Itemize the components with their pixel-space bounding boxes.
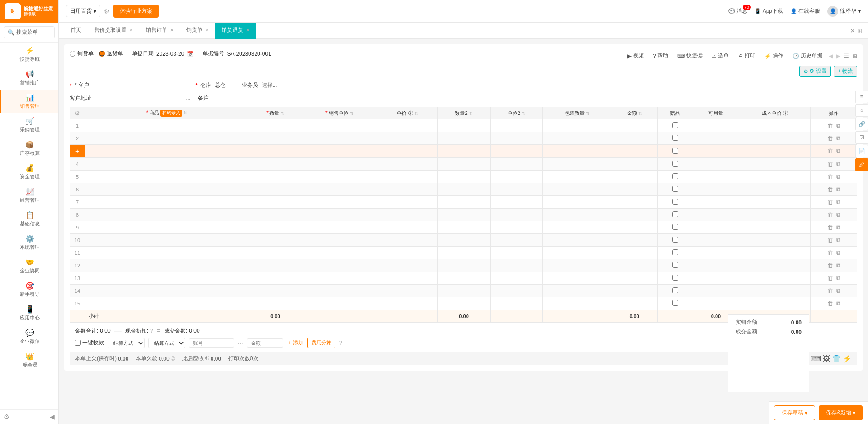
unit2-cell-12[interactable] — [490, 259, 542, 272]
qty-cell-1[interactable] — [249, 119, 302, 132]
unit2-cell-4[interactable] — [490, 158, 542, 171]
price-cell-3[interactable] — [377, 145, 438, 158]
qty-cell-6[interactable] — [249, 183, 302, 196]
sidebar-item-finance[interactable]: 💰 资金管理 — [0, 160, 58, 184]
right-panel-btn-4[interactable]: ☑ — [855, 131, 868, 144]
qty-cell-14[interactable] — [249, 285, 302, 297]
gift-cell-6[interactable] — [657, 183, 693, 196]
costprice-cell-8[interactable] — [739, 209, 811, 221]
pkgqty-cell-13[interactable] — [542, 272, 611, 285]
tab-sales-return[interactable]: 销货退货 ✕ — [215, 23, 256, 39]
pkgqty-sort-icon[interactable]: ⇅ — [586, 111, 590, 116]
copy-row-3[interactable]: ⧉ — [836, 148, 840, 155]
sidebar-item-purchase[interactable]: 🛒 采购管理 — [0, 113, 58, 137]
goods-cell-7[interactable] — [85, 196, 249, 209]
costprice-cell-9[interactable] — [739, 221, 811, 234]
goods-cell-3[interactable] — [85, 145, 249, 158]
qty-cell-12[interactable] — [249, 259, 302, 272]
amount-cell-7[interactable] — [611, 196, 658, 209]
goods-cell-12[interactable] — [85, 259, 249, 272]
copy-row-5[interactable]: ⧉ — [836, 173, 840, 181]
gift-checkbox-3[interactable] — [672, 148, 678, 154]
unit-cell-3[interactable] — [302, 145, 377, 158]
save-new-button[interactable]: 保存&新增 ▾ — [819, 405, 863, 420]
sidebar-item-apps[interactable]: 📱 应用中心 — [0, 301, 58, 325]
view-grid-icon[interactable]: ⊞ — [853, 53, 857, 59]
qty2-cell-13[interactable] — [438, 272, 490, 285]
unit2-cell-3[interactable] — [490, 145, 542, 158]
amount-cell-12[interactable] — [611, 259, 658, 272]
pkgqty-cell-10[interactable] — [542, 234, 611, 247]
unit2-sort-icon[interactable]: ⇅ — [522, 111, 525, 116]
sidebar-item-guide[interactable]: 🎯 新手引导 — [0, 278, 58, 301]
unit-cell-9[interactable] — [302, 221, 377, 234]
qty-cell-4[interactable] — [249, 158, 302, 171]
qty2-sort-icon[interactable]: ⇅ — [469, 111, 473, 116]
qty-cell-8[interactable] — [249, 209, 302, 221]
gift-cell-5[interactable] — [657, 171, 693, 183]
staff-input[interactable] — [260, 81, 314, 90]
pkgqty-cell-7[interactable] — [542, 196, 611, 209]
costprice-cell-1[interactable] — [739, 119, 811, 132]
costprice-cell-2[interactable] — [739, 132, 811, 145]
amount-cell-9[interactable] — [611, 221, 658, 234]
qty2-cell-11[interactable] — [438, 247, 490, 259]
unit2-cell-5[interactable] — [490, 171, 542, 183]
right-panel-btn-3[interactable]: 🔗 — [855, 118, 868, 130]
amount-cell-5[interactable] — [611, 171, 658, 183]
remark-input[interactable] — [211, 94, 392, 103]
price-cell-5[interactable] — [377, 171, 438, 183]
delete-row-6[interactable]: 🗑 — [827, 186, 833, 193]
qty-cell-13[interactable] — [249, 272, 302, 285]
qty2-cell-3[interactable] — [438, 145, 490, 158]
goods-input-${i}[interactable] — [88, 148, 246, 154]
tab-close-price-settings[interactable]: ✕ — [129, 28, 133, 33]
delete-row-14[interactable]: 🗑 — [827, 287, 833, 294]
gift-checkbox-11[interactable] — [672, 249, 678, 255]
toolbar-shortcut-button[interactable]: ⌨ 快捷键 — [675, 51, 705, 61]
qty2-cell-5[interactable] — [438, 171, 490, 183]
qty2-cell-2[interactable] — [438, 132, 490, 145]
gift-checkbox-14[interactable] — [672, 287, 678, 293]
gift-cell-3[interactable] — [657, 145, 693, 158]
qty-cell-7[interactable] — [249, 196, 302, 209]
amount-cell-1[interactable] — [611, 119, 658, 132]
price-sort-icon[interactable]: ⇅ — [415, 111, 418, 116]
unit-cell-4[interactable] — [302, 158, 377, 171]
delete-row-9[interactable]: 🗑 — [827, 224, 833, 231]
qty-cell-15[interactable] — [249, 297, 302, 310]
tab-sales-order[interactable]: 销售订单 ✕ — [139, 23, 180, 39]
pkgqty-cell-8[interactable] — [542, 209, 611, 221]
copy-row-4[interactable]: ⧉ — [836, 161, 840, 168]
unit-sort-icon[interactable]: ⇅ — [350, 111, 354, 116]
sidebar-item-system[interactable]: ⚙️ 系统管理 — [0, 231, 58, 254]
qty2-cell-8[interactable] — [438, 209, 490, 221]
tab-close-all-button[interactable]: ✕ — [850, 27, 855, 34]
copy-row-1[interactable]: ⧉ — [836, 122, 840, 129]
costprice-cell-4[interactable] — [739, 158, 811, 171]
gift-checkbox-7[interactable] — [672, 199, 678, 205]
copy-row-9[interactable]: ⧉ — [836, 224, 840, 231]
online-service-button[interactable]: 👤 在线客服 — [790, 7, 820, 15]
goods-cell-9[interactable] — [85, 221, 249, 234]
sidebar-collapse-button[interactable]: ◀ — [50, 413, 55, 420]
qty-cell-9[interactable] — [249, 221, 302, 234]
goods-cell-8[interactable] — [85, 209, 249, 221]
costprice-cell-10[interactable] — [739, 234, 811, 247]
sidebar-item-marketing[interactable]: 📢 营销推广 — [0, 66, 58, 90]
gift-checkbox-13[interactable] — [672, 275, 678, 281]
gift-checkbox-12[interactable] — [672, 262, 678, 268]
qty2-cell-1[interactable] — [438, 119, 490, 132]
price-cell-12[interactable] — [377, 259, 438, 272]
available-cell-4[interactable] — [693, 158, 739, 171]
gift-checkbox-4[interactable] — [672, 161, 678, 167]
warehouse-picker-icon[interactable]: ··· — [229, 82, 235, 89]
qty-sort-icon[interactable]: ⇅ — [281, 111, 284, 116]
gift-checkbox-9[interactable] — [672, 224, 678, 230]
copy-row-11[interactable]: ⧉ — [836, 249, 840, 257]
price-cell-9[interactable] — [377, 221, 438, 234]
fee-split-button[interactable]: 费用分摊 — [307, 338, 335, 348]
view-list-icon[interactable]: ☰ — [844, 53, 849, 59]
one-click-input[interactable] — [75, 340, 81, 346]
goods-cell-1[interactable] — [85, 119, 249, 132]
